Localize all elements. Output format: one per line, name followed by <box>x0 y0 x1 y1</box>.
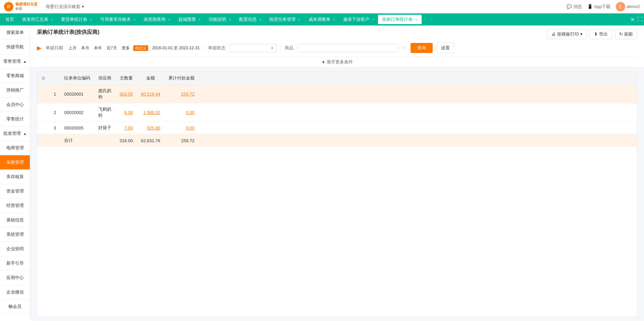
sidebar-item-vip[interactable]: 畅会员 <box>0 300 30 314</box>
tab-expiry-query[interactable]: 保质期查询 × <box>140 15 174 24</box>
tab-goods-stats-close[interactable]: × <box>90 17 92 21</box>
message-button[interactable]: 💬 消息 <box>567 4 582 10</box>
app-download-button[interactable]: 📱 App下载 <box>587 4 610 10</box>
tab-pick-task[interactable]: 拣货任务管理 × <box>265 15 304 24</box>
shortcut-this-year[interactable]: 本年 <box>93 45 103 52</box>
template-print-button[interactable]: 🖨 按模板打印 ▾ <box>547 29 587 39</box>
row-amount[interactable]: 1,586.52 <box>137 103 164 122</box>
footer-amount: 62,631.76 <box>137 134 164 147</box>
tab-function-desc-close[interactable]: × <box>229 17 231 21</box>
row-paid-amount[interactable]: 0.00 <box>164 103 199 122</box>
settings-button[interactable]: 设置 <box>437 43 454 53</box>
template-print-label: 按模板打印 <box>557 31 579 37</box>
sidebar-item-enterprise[interactable]: 企业协同 <box>0 242 30 256</box>
shortcut-this-month[interactable]: 本月 <box>80 45 91 52</box>
tab-config-info-close[interactable]: × <box>259 17 261 21</box>
goods-search-input[interactable] <box>298 44 398 52</box>
tab-invite-downstream-close[interactable]: × <box>372 17 374 21</box>
sidebar-item-enterprise-wechat[interactable]: 企业微信 <box>0 285 30 300</box>
sidebar-item-purchase-mgmt[interactable]: 采购管理 <box>0 155 30 170</box>
tab-goods-stats[interactable]: 要货单统计表 × <box>57 15 96 24</box>
export-label: 导出 <box>599 31 608 37</box>
logo-area: 好 畅捷通好生意 标题 <box>4 2 38 11</box>
avatar: E <box>616 2 625 11</box>
expand-more-button[interactable]: ▼ 展开更多条件 <box>321 59 353 65</box>
tab-overstock-warning[interactable]: 超储预警 × <box>174 15 205 24</box>
sidebar-item-retail-stats[interactable]: 零售统计 <box>0 112 30 126</box>
filter-toggle-icon[interactable]: ▶ <box>37 44 42 52</box>
sidebar-item-search[interactable]: 搜索菜单 <box>0 25 30 40</box>
col-amount: 金额 <box>137 72 164 85</box>
col-main-qty: 主数量 <box>115 72 137 85</box>
sidebar-item-wholesale-mgmt[interactable]: 批发管理 <box>0 126 30 141</box>
tab-cost-adjust-close[interactable]: × <box>333 17 335 21</box>
shortcut-last-month[interactable]: 上月 <box>67 45 78 52</box>
user-profile[interactable]: E demo2 <box>616 2 640 11</box>
goods-search-dots[interactable]: ··· <box>402 45 407 51</box>
sidebar-item-finance[interactable]: 资金管理 <box>0 184 30 199</box>
row-main-qty[interactable]: 303.00 <box>115 85 137 103</box>
row-extra <box>199 122 637 134</box>
row-amount[interactable]: 60,519.44 <box>137 85 164 103</box>
shortcut-7days[interactable]: 近7天 <box>105 45 118 52</box>
sidebar-item-marketing[interactable]: 营销推广 <box>0 83 30 98</box>
row-amount[interactable]: 525.80 <box>137 122 164 134</box>
nav-tabs: 首页 收发存汇总表 × 要货单统计表 × 可用量库存账本 × 保质期查询 × 超… <box>0 13 644 25</box>
shortcut-more[interactable]: 更多 <box>120 45 131 52</box>
sidebar-item-ecommerce[interactable]: 电商管理 <box>0 141 30 155</box>
filter-row: ▶ 单据日期 上月 本月 本年 近7天 更多 自定义 2016-01-01 至 … <box>37 43 637 57</box>
footer-empty-2 <box>50 134 60 147</box>
tab-home[interactable]: 首页 <box>1 15 18 24</box>
top-bar: 好 畅捷通好生意 标题 母婴行业演示账套 ▾ 💬 消息 📱 App下载 E de… <box>0 0 644 13</box>
tab-config-info[interactable]: 配置信息 × <box>235 15 265 24</box>
tab-function-desc-label: 功能说明 <box>209 16 226 22</box>
sidebar-item-system[interactable]: 系统管理 <box>0 227 30 242</box>
tab-collect-send-close[interactable]: × <box>51 17 53 21</box>
logo-sub: 标题 <box>15 6 38 11</box>
tab-function-desc[interactable]: 功能说明 × <box>205 15 235 24</box>
sidebar-retail-mall-label: 零售商城 <box>6 73 24 78</box>
expand-more-row: ▼ 展开更多条件 <box>37 57 637 67</box>
table-container: ⚙ 往来单位编码 供应商 主数量 金额 累计付款金额 1 00020001 <box>37 71 637 317</box>
custom-date-badge[interactable]: 自定义 <box>133 45 148 51</box>
search-button[interactable]: 查询 <box>411 43 433 53</box>
sidebar-item-new-guide[interactable]: 新手引导 <box>0 256 30 271</box>
footer-extra <box>199 134 637 147</box>
app-download-label: App下载 <box>594 4 610 10</box>
row-paid-amount[interactable]: 259.72 <box>164 85 199 103</box>
tab-purchase-stats[interactable]: 采购订单统计表 × <box>378 15 421 24</box>
nav-expand-icon[interactable]: ⛶ <box>637 16 643 22</box>
sidebar-item-operations[interactable]: 经营管理 <box>0 199 30 213</box>
sidebar-enterprise-wechat-label: 企业微信 <box>6 289 24 295</box>
tab-invite-downstream[interactable]: 邀请下游客户 × <box>339 15 378 24</box>
sidebar-item-member[interactable]: 会员中心 <box>0 98 30 112</box>
tab-purchase-stats-close[interactable]: × <box>415 17 417 21</box>
workspace-selector[interactable]: 母婴行业演示账套 ▾ <box>46 4 84 10</box>
export-button[interactable]: ⬇ 导出 <box>590 29 612 39</box>
tab-expiry-query-close[interactable]: × <box>168 17 170 21</box>
row-main-qty[interactable]: 7.00 <box>115 122 137 134</box>
sidebar-item-retail-mall[interactable]: 零售商城 <box>0 69 30 83</box>
sidebar-item-quick-nav[interactable]: 快捷导航 <box>0 40 30 54</box>
column-settings-icon[interactable]: ⚙ <box>41 75 46 81</box>
sidebar-system-label: 系统管理 <box>6 232 24 237</box>
nav-close-all-icon[interactable]: ✕ <box>630 16 635 23</box>
tab-cost-adjust[interactable]: 成本调整单 × <box>305 15 339 24</box>
sidebar-wholesale-mgmt-label: 批发管理 <box>3 131 21 136</box>
tab-overstock-warning-close[interactable]: × <box>199 17 201 21</box>
tab-usable-inventory[interactable]: 可用量库存账本 × <box>96 15 140 24</box>
sidebar-item-retail-mgmt[interactable]: 零售管理 <box>0 54 30 69</box>
phone-icon: 📱 <box>587 4 593 9</box>
sidebar-item-basic-info[interactable]: 基础信息 <box>0 213 30 227</box>
tab-pick-task-label: 拣货任务管理 <box>269 16 296 22</box>
status-select[interactable] <box>229 44 276 52</box>
tab-collect-send[interactable]: 收发存汇总表 × <box>18 15 57 24</box>
tab-pick-task-close[interactable]: × <box>298 17 300 21</box>
row-main-qty[interactable]: 6.00 <box>115 103 137 122</box>
sidebar-item-app-center[interactable]: 应用中心 <box>0 271 30 285</box>
tab-usable-inventory-close[interactable]: × <box>133 17 136 21</box>
row-paid-amount[interactable]: 0.00 <box>164 122 199 134</box>
table-row: 2 00020002 飞鹤奶粉 6.00 1,586.52 0.00 <box>37 103 637 122</box>
refresh-button[interactable]: ↻ 刷新 <box>615 29 637 39</box>
sidebar-item-inventory[interactable]: 库存核算 <box>0 170 30 184</box>
